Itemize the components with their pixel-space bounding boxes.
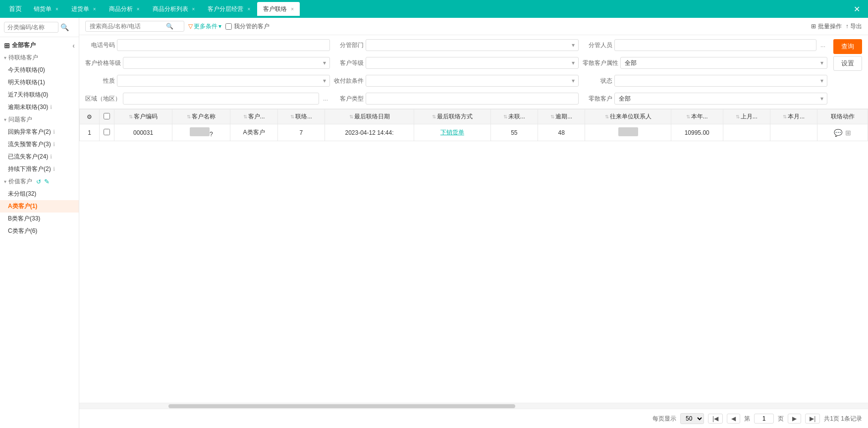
customer-type-input[interactable] <box>366 93 579 105</box>
info-icon[interactable]: ℹ <box>50 154 52 160</box>
col-this-year: ⇅ 本年... <box>671 109 723 124</box>
ellipsis-icon[interactable]: ... <box>818 42 827 49</box>
col-checkbox[interactable] <box>100 109 114 124</box>
setting-button[interactable]: 设置 <box>833 56 862 71</box>
qr-icon[interactable]: ⊞ <box>845 129 851 137</box>
my-customer-check[interactable] <box>225 23 232 30</box>
sidebar-item-7days[interactable]: 近7天待联络(0) <box>0 89 79 101</box>
sidebar-item-repurchase-abnormal[interactable]: 回购异常客户(2) ℹ <box>0 126 79 138</box>
row-last-method: 下销货单 <box>414 124 490 141</box>
status-label: 状态 <box>583 77 612 85</box>
close-icon[interactable]: × <box>291 6 294 12</box>
sidebar-item-churned[interactable]: 已流失客户(24) ℹ <box>0 151 79 163</box>
nav-tab-customer-tier[interactable]: 客户分层经营 × <box>202 2 256 16</box>
close-icon[interactable]: × <box>192 6 195 12</box>
dept-select[interactable] <box>366 39 579 51</box>
close-icon[interactable]: × <box>93 6 96 12</box>
payment-select[interactable] <box>366 75 579 87</box>
area-input[interactable] <box>123 93 319 105</box>
nav-tab-customer-contact[interactable]: 客户联络 × <box>257 2 300 16</box>
dept-select-wrapper <box>366 39 579 51</box>
more-filter-btn[interactable]: ▽ 更多条件 ▾ <box>188 22 221 31</box>
sidebar-collapse-icon[interactable]: ‹ <box>72 42 75 50</box>
nav-home[interactable]: 首页 <box>4 4 27 13</box>
search-input[interactable] <box>90 23 164 30</box>
my-customer-checkbox[interactable]: 我分管的客户 <box>225 22 270 31</box>
sidebar-item-churn-warning[interactable]: 流失预警客户(3) ℹ <box>0 138 79 151</box>
close-icon[interactable]: × <box>55 6 58 12</box>
batch-operation-btn[interactable]: ⊞ 批量操作 <box>811 22 841 31</box>
customer-table: ⚙ ⇅ 客户编码 ⇅ <box>79 109 868 141</box>
sidebar-section-pending[interactable]: ▾ 待联络客户 <box>0 52 79 64</box>
nav-tab-analysis[interactable]: 商品分析 × <box>103 2 146 16</box>
filter-area-field: 区域（地区） ... <box>85 93 330 105</box>
price-level-select[interactable] <box>123 57 330 69</box>
sidebar-item-class-b[interactable]: B类客户(33) <box>0 213 79 225</box>
prev-page-btn[interactable]: ◀ <box>727 414 740 424</box>
sidebar-item-declining[interactable]: 持续下滑客户(2) ℹ <box>0 163 79 175</box>
col-settings[interactable]: ⚙ <box>80 109 100 124</box>
info-icon[interactable]: ℹ <box>53 166 55 172</box>
area-label: 区域（地区） <box>85 95 121 103</box>
phone-input[interactable] <box>117 39 330 51</box>
close-icon[interactable]: × <box>247 6 250 12</box>
main-layout: 🔍 ⊞ 全部客户 ‹ ▾ 待联络客户 今天待联络(0) 明天待联络(1) 近7天… <box>0 18 868 428</box>
export-btn[interactable]: ↑ 导出 <box>846 22 862 31</box>
sidebar-search-icon[interactable]: 🔍 <box>60 23 69 31</box>
sidebar-all-customers[interactable]: ⊞ 全部客户 ‹ <box>0 37 79 52</box>
content-area: 🔍 ▽ 更多条件 ▾ 我分管的客户 ⊞ 批量操作 ↑ 导出 <box>79 18 868 428</box>
window-close-icon[interactable]: ✕ <box>850 4 864 14</box>
sidebar-item-class-c[interactable]: C类客户(6) <box>0 225 79 237</box>
next-page-btn[interactable]: ▶ <box>788 414 801 424</box>
sidebar-section-value[interactable]: ▾ 价值客户 ↺ ✎ <box>0 175 79 188</box>
sidebar-item-class-a[interactable]: A类客户(1) <box>0 200 79 213</box>
info-icon[interactable]: ℹ <box>50 104 52 110</box>
person-input[interactable] <box>614 39 816 51</box>
nature-select[interactable] <box>117 75 330 87</box>
message-icon[interactable]: 💬 <box>834 129 842 137</box>
per-page-select[interactable]: 50 <box>680 413 704 424</box>
tab-label: 进货单 <box>71 5 89 13</box>
nav-tab-analysis-list[interactable]: 商品分析列表 × <box>147 2 201 16</box>
refresh-icon[interactable]: ↺ <box>36 178 41 185</box>
scrollbar-thumb[interactable] <box>168 404 515 408</box>
sidebar-item-ungrouped[interactable]: 未分组(32) <box>0 188 79 200</box>
last-method-link[interactable]: 下销货单 <box>440 129 464 136</box>
status-select[interactable] <box>614 75 827 87</box>
sidebar-item-overdue[interactable]: 逾期未联络(30) ℹ <box>0 101 79 113</box>
info-icon[interactable]: ℹ <box>53 129 55 135</box>
customer-level-select[interactable] <box>366 57 579 69</box>
sidebar-item-today[interactable]: 今天待联络(0) <box>0 64 79 76</box>
close-icon[interactable]: × <box>137 6 140 12</box>
settings-icon[interactable]: ⚙ <box>87 113 92 120</box>
row-overdue: 48 <box>538 124 585 141</box>
nav-tab-purchase[interactable]: 进货单 × <box>65 2 102 16</box>
query-button[interactable]: 查询 <box>833 39 862 54</box>
price-level-label: 客户价格等级 <box>85 59 121 67</box>
row-code: 000031 <box>114 124 172 141</box>
sidebar-search-input[interactable] <box>4 22 58 33</box>
last-page-btn[interactable]: ▶| <box>805 414 820 424</box>
first-page-btn[interactable]: |◀ <box>708 414 723 424</box>
filter-retail-customer-field: 零散客户 全部 <box>583 93 827 105</box>
row-unit-contact <box>585 124 671 141</box>
retail-attr-select[interactable]: 全部 <box>620 57 827 69</box>
horizontal-scrollbar[interactable] <box>79 403 868 409</box>
sidebar-search-area: 🔍 <box>0 18 79 37</box>
filter-retail-attr-field: 零散客户属性 全部 <box>583 57 827 69</box>
retail-customer-label: 零散客户 <box>583 95 612 103</box>
filter-row-4: 区域（地区） ... 客户类型 零散客户 全部 <box>85 93 827 105</box>
nav-tab-sales[interactable]: 销货单 × <box>28 2 64 16</box>
edit-icon[interactable]: ✎ <box>44 178 50 185</box>
sidebar-item-tomorrow[interactable]: 明天待联络(1) <box>0 76 79 89</box>
retail-customer-select[interactable]: 全部 <box>614 93 827 105</box>
row-checkbox[interactable] <box>100 124 114 141</box>
info-icon[interactable]: ℹ <box>53 141 55 148</box>
select-all-checkbox[interactable] <box>104 113 110 119</box>
sidebar-section-problem[interactable]: ▾ 问题客户 <box>0 113 79 126</box>
row-select-checkbox[interactable] <box>104 129 110 135</box>
search-icon[interactable]: 🔍 <box>166 23 173 30</box>
page-input[interactable] <box>754 414 774 424</box>
grid-icon: ⊞ <box>4 42 10 50</box>
ellipsis-icon[interactable]: ... <box>321 95 330 102</box>
